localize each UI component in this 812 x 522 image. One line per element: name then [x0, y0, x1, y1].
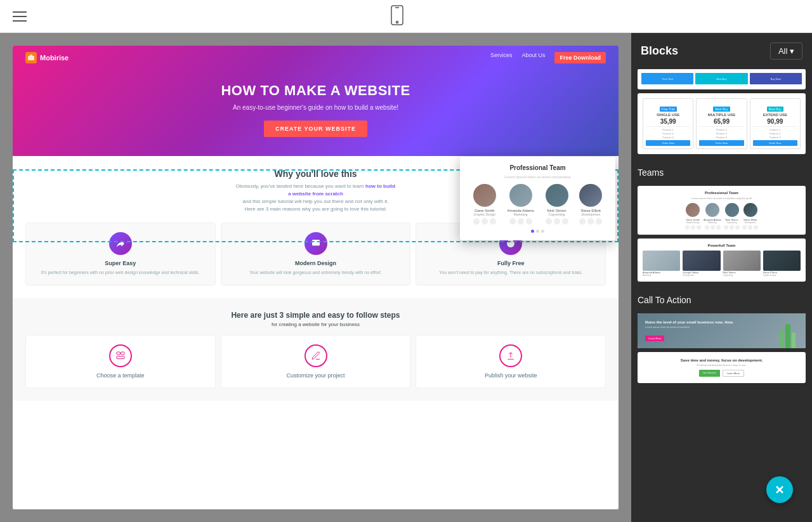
nav-services[interactable]: Services [490, 52, 513, 63]
social-icon [490, 218, 496, 225]
cta-thumb-1: Raise the level of your small business n… [638, 313, 806, 348]
teams-avatar-mini-1 [686, 203, 700, 217]
social-icon [562, 218, 568, 225]
svg-point-1 [396, 21, 398, 23]
social-icon [509, 218, 516, 225]
feature-name-2: Modern Design [228, 260, 404, 266]
social-mini [716, 225, 721, 230]
member-social-2 [507, 218, 534, 225]
cta-plant-decoration [780, 323, 799, 348]
price-badge-1: Free Trial [660, 107, 677, 112]
teams-member2-1: Amanda Adams Marketing [643, 251, 680, 277]
all-filter-button[interactable]: All ▾ [770, 42, 802, 60]
teams-thumb-title-1: Professional Team [643, 191, 801, 195]
feature-desc-3: You won't need to pay for anything. Ther… [422, 270, 599, 276]
avatar-3 [546, 184, 568, 207]
member-social-4 [579, 218, 602, 225]
pricing-thumb: Free Trial SINGLE USE 35,99 Feature 1 Fe… [638, 93, 806, 154]
super-easy-icon [109, 232, 132, 255]
cta2-title: Save time and money, focus on developmen… [645, 358, 798, 362]
nav-links: Services About Us Free Download [490, 52, 606, 63]
nav-cta-button[interactable]: Free Download [554, 52, 606, 63]
cta2-secondary-button[interactable]: Learn More [723, 370, 744, 377]
canvas-area: Mobirise Services About Us Free Download… [0, 33, 631, 522]
teams-mini-role-4: Development [742, 221, 758, 224]
social-mini [710, 225, 715, 230]
price-btn-3: Order Now [753, 140, 797, 146]
social-mini [730, 225, 734, 230]
hero-cta-button[interactable]: CREATE YOUR WEBSITE [264, 121, 367, 137]
cta2-primary-button[interactable]: Get Started [699, 370, 719, 377]
member-role-4: Development [579, 212, 602, 216]
member-social-1 [473, 218, 496, 225]
teams-avatar2-3 [723, 251, 761, 271]
logo-icon [25, 52, 37, 63]
block-thumbnail-strip[interactable]: Free Trial Best Buy Buy Now [638, 69, 806, 89]
social-icon [554, 218, 560, 225]
teams-thumbnail-1[interactable]: Professional Team Lorem ipsum dolor sit … [638, 186, 806, 235]
dot-1[interactable] [531, 230, 534, 233]
step-name-2: Customize your project [228, 372, 404, 379]
svg-rect-4 [30, 55, 32, 56]
dot-3[interactable] [541, 230, 544, 233]
mobile-preview-button[interactable] [390, 5, 405, 28]
teams-thumb-subtitle-1: Lorem ipsum dolor sit amet consectetur a… [643, 197, 801, 200]
team-member-2: Amanda Adams Marketing [507, 184, 534, 225]
teams-thumbnail-2[interactable]: Powerfull Team Amanda Adams Marketing Jo… [638, 238, 806, 282]
main-area: Mobirise Services About Us Free Download… [0, 33, 812, 522]
step-card-3: Publish your website [416, 335, 606, 388]
close-button[interactable] [766, 476, 793, 503]
free-trial-strip: Free Trial [641, 73, 693, 84]
hamburger-menu[interactable] [13, 11, 27, 22]
feature-name-3: Fully Free [422, 260, 599, 266]
teams-mini-social-2 [704, 225, 721, 230]
teams-mini-social-3 [724, 225, 740, 230]
svg-rect-7 [117, 352, 120, 355]
nav-about[interactable]: About Us [521, 52, 545, 63]
site-nav: Mobirise Services About Us Free Download [13, 46, 619, 70]
publish-icon [499, 344, 522, 367]
cta2-body: Professional templates that are easy to … [645, 363, 798, 367]
team-members: Gene Smith Graphic Design Amanda Adams M… [468, 184, 608, 225]
price-card-2: Best Buy MULTIPLE USE 65,99 Feature 1 Fe… [696, 98, 747, 149]
teams-thumb-title-2: Powerfull Team [643, 244, 801, 247]
social-icon [518, 218, 524, 225]
price-amount-2: 65,99 [699, 118, 743, 125]
best-buy-strip: Best Buy [695, 73, 747, 84]
sidebar-title: Blocks [641, 44, 678, 58]
teams-member2-3: Nick Simon Copywriting [723, 251, 761, 277]
hero-subtitle: An easy-to-use beginner's guide on how t… [25, 104, 606, 111]
cta-text-overlay: Raise the level of your small business n… [645, 320, 733, 342]
social-icon [526, 218, 532, 225]
social-mini [724, 225, 728, 230]
price-title-1: SINGLE USE [646, 113, 690, 117]
dot-2[interactable] [536, 230, 539, 233]
cta-thumbnail-2[interactable]: Save time and money, focus on developmen… [638, 352, 806, 383]
price-card-3: Best Buy EXTEND USE 90,99 Feature 1 Feat… [750, 98, 801, 149]
teams-member-mini-4: Steve Elliott Development [742, 203, 758, 230]
team-popup: Professional Team Lorem ipsum dolor sit … [460, 157, 615, 240]
cta-mini-button-1: Learn More [645, 336, 664, 341]
teams-member2-4: Steve Pilson Graphic Design [763, 251, 801, 277]
teams-role2-4: Graphic Design [763, 274, 801, 277]
feature-desc-1: It's perfect for beginners with no prior… [32, 270, 209, 276]
social-mini [742, 225, 747, 230]
teams-thumb-2: Powerfull Team Amanda Adams Marketing Jo… [638, 238, 806, 282]
cta-thumbnail-1[interactable]: Raise the level of your small business n… [638, 313, 806, 348]
price-btn-1: Order Now [646, 140, 690, 146]
step-card-2: Customize your project [221, 335, 411, 388]
team-popup-title: Professional Team [468, 164, 608, 171]
price-badge-3: Best Buy [767, 107, 783, 112]
avatar-2 [509, 184, 532, 207]
price-btn-2: Order Now [699, 140, 743, 146]
team-member-3: Nick Simon Copywriting [546, 184, 568, 225]
pricing-block-thumbnail[interactable]: Free Trial SINGLE USE 35,99 Feature 1 Fe… [638, 93, 806, 154]
teams-avatar2-1 [643, 251, 680, 271]
social-icon [546, 218, 552, 225]
social-icon [587, 218, 594, 225]
teams-role2-1: Marketing [643, 274, 680, 277]
teams-mini-role-1: Graphic Design [685, 221, 701, 224]
feature-card-2: Modern Design Your website will look gor… [221, 223, 411, 285]
step-name-3: Publish your website [422, 372, 599, 379]
steps-section: Here are just 3 simple and easy to follo… [13, 298, 619, 401]
